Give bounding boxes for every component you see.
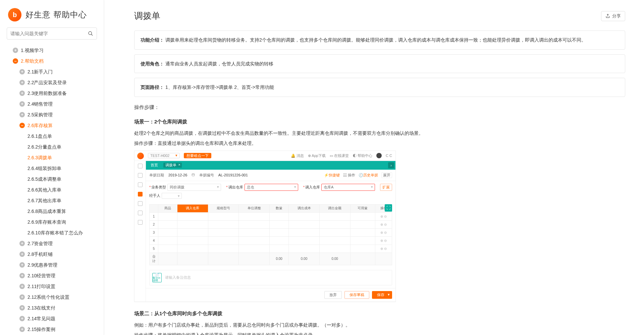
nav-item-2-15[interactable]: 2.15操作案例 bbox=[0, 324, 104, 335]
nav-item-2-4[interactable]: 2.4销售管理 bbox=[0, 99, 104, 109]
rail-icon[interactable] bbox=[138, 173, 143, 178]
scene1-text-1: 处理2个仓库之间的商品调拨，在调拨过程中不会发生商品数量的不一致性。主要处理近距… bbox=[134, 128, 625, 138]
th-amt: 调出金额 bbox=[319, 204, 350, 212]
table-row[interactable]: 2⊕ ⊖ bbox=[150, 220, 392, 228]
nav-item-2-5[interactable]: 2.5采购管理 bbox=[0, 109, 104, 120]
nav-item-2-6-9[interactable]: 2.6.9库存账本查询 bbox=[0, 217, 104, 227]
expand-toggle[interactable]: 展开 bbox=[381, 172, 392, 178]
share-label: 分享 bbox=[612, 13, 621, 19]
th-qty: 数量 bbox=[270, 204, 289, 212]
rail-icon[interactable] bbox=[138, 211, 143, 215]
doc-date-label: 单据日期 bbox=[149, 173, 164, 177]
role-box: 使用角色：通常由业务人员发起调拨，仓管人员完成实物的转移 bbox=[134, 54, 625, 73]
doc-sn-value: AL-20191226-001 bbox=[218, 173, 248, 177]
top-action-button[interactable]: 想要啥点一下 bbox=[184, 153, 211, 158]
out-wh-select[interactable]: 总仓 bbox=[245, 184, 298, 191]
rail-icon[interactable] bbox=[138, 220, 143, 225]
top-app-link[interactable]: ⊕ App下载 bbox=[308, 153, 326, 158]
nav-item-2-6-10[interactable]: 2.6.10库存账本错了怎么办 bbox=[0, 227, 104, 238]
quickkey-link[interactable]: ⚡快捷键 bbox=[324, 173, 340, 178]
plus-icon bbox=[19, 305, 25, 311]
history-link[interactable]: 🕘历史单据 bbox=[359, 173, 378, 178]
nav-item-2-6-2[interactable]: 2.6.2分量盘点单 bbox=[0, 142, 104, 152]
people-select[interactable] bbox=[162, 193, 182, 199]
save-button[interactable]: 保存 bbox=[372, 291, 392, 299]
path-label: 页面路径： bbox=[141, 85, 164, 90]
plus-icon bbox=[19, 91, 25, 96]
tab-home[interactable]: 首页 bbox=[149, 163, 160, 168]
search-input[interactable] bbox=[10, 31, 88, 36]
nav-item-2-8[interactable]: 2.8手机旺铺 bbox=[0, 249, 104, 260]
plus-icon bbox=[19, 241, 25, 246]
intro-box: 功能介绍：调拨单用来处理仓库间货物的转移业务。支持2个仓库间的调拨，也支持多个仓… bbox=[134, 31, 625, 50]
nav-item-2-12[interactable]: 2.12系统个性化设置 bbox=[0, 292, 104, 302]
nav-item-2-2[interactable]: 2.2产品安装及登录 bbox=[0, 77, 104, 88]
avatar-icon[interactable] bbox=[376, 153, 382, 158]
top-msg-link[interactable]: 🔔 消息 bbox=[291, 153, 304, 158]
search-icon bbox=[88, 31, 93, 36]
collapse-icon[interactable]: › bbox=[388, 162, 394, 168]
rail-icon[interactable] bbox=[138, 201, 143, 206]
nav-item-2-6-6[interactable]: 2.6.6其他入库单 bbox=[0, 184, 104, 195]
path-box: 页面路径：1、库存核算->库存管理->调拨单 2、首页->常用功能 bbox=[134, 78, 625, 97]
top-help-link[interactable]: ◐ 帮助中心 bbox=[353, 153, 372, 158]
nav-tree: 1.视频学习 2.帮助文档 2.1新手入门 2.2产品安装及登录 2.3使用前数… bbox=[0, 45, 104, 335]
rail-icon[interactable] bbox=[138, 164, 143, 168]
nav-item-2-6-4[interactable]: 2.6.4组装拆卸单 bbox=[0, 163, 104, 174]
share-button[interactable]: 分享 bbox=[601, 11, 625, 21]
nav-item-2-14[interactable]: 2.14常见问题 bbox=[0, 313, 104, 324]
table-row[interactable]: 4⊕ ⊖ bbox=[150, 236, 392, 244]
scene2-title: 场景二：从1个仓库同时向多个仓库调拨 bbox=[134, 311, 625, 317]
nav-item-2-13[interactable]: 2.13在线支付 bbox=[0, 302, 104, 313]
scene2-text-1: 例如：用户有多个门店或办事处，新品到货后，需要从总仓同时向多个门店或办事处调拨。… bbox=[134, 320, 625, 330]
table-row[interactable]: 1⊕ ⊖ bbox=[150, 212, 392, 220]
nav-item-2-1[interactable]: 2.1新手入门 bbox=[0, 66, 104, 77]
plus-icon bbox=[19, 80, 25, 85]
app-logo-icon bbox=[137, 153, 144, 159]
nav-item-2-9[interactable]: 2.9优惠券管理 bbox=[0, 260, 104, 270]
table-row[interactable]: 3⊕ ⊖ bbox=[150, 228, 392, 236]
nav-item-2-3[interactable]: 2.3使用前数据准备 bbox=[0, 88, 104, 99]
nav-item-2-6-3[interactable]: 2.6.3调拨单 bbox=[0, 152, 104, 163]
th-unit: 单位调整 bbox=[239, 204, 270, 212]
rail-icon[interactable] bbox=[138, 182, 143, 187]
rail-icon[interactable] bbox=[138, 192, 143, 197]
scene1-title: 场景一：2个仓库间调拨 bbox=[134, 119, 625, 125]
type-select[interactable]: 同价调拨 bbox=[167, 184, 221, 191]
doc-date-value[interactable]: 2019-12-26 bbox=[168, 173, 187, 177]
nav-item-2-6-8[interactable]: 2.6.8商品成本重算 bbox=[0, 206, 104, 217]
page-title: 调拨单 bbox=[134, 10, 160, 22]
role-text: 通常由业务人员发起调拨，仓管人员完成实物的转移 bbox=[165, 61, 273, 66]
nav-item-2-6-5[interactable]: 2.6.5成本调整单 bbox=[0, 174, 104, 184]
note-box[interactable]: 📄备注\n说明 请输入备注信息 bbox=[149, 270, 392, 285]
plus-icon bbox=[19, 294, 25, 300]
nav-item-2-6[interactable]: 2.6库存核算 bbox=[0, 120, 104, 131]
extend-button[interactable]: 扩展 bbox=[380, 184, 392, 191]
search-input-wrap[interactable] bbox=[7, 27, 97, 40]
fullscreen-icon[interactable]: ⛶ bbox=[385, 204, 392, 212]
nav-item-docs[interactable]: 2.帮助文档 bbox=[0, 56, 104, 66]
nav-item-2-11[interactable]: 2.11打印设置 bbox=[0, 281, 104, 292]
nav-item-2-6-7[interactable]: 2.6.7其他出库单 bbox=[0, 195, 104, 206]
intro-text: 调拨单用来处理仓库间货物的转移业务。支持2个仓库间的调拨，也支持多个仓库间的调拨… bbox=[165, 37, 586, 43]
nav-item-2-7[interactable]: 2.7资金管理 bbox=[0, 238, 104, 249]
nav-item-2-10[interactable]: 2.10经营管理 bbox=[0, 270, 104, 281]
th-in-wh: 调入仓库 bbox=[177, 204, 208, 212]
save-draft-button[interactable]: 保存草稿 bbox=[344, 291, 369, 299]
calendar-icon bbox=[192, 173, 195, 176]
nav-item-2-6-1[interactable]: 2.6.1盘点单 bbox=[0, 131, 104, 142]
in-wh-select[interactable]: 仓库A bbox=[321, 184, 375, 191]
plus-icon bbox=[19, 252, 25, 257]
table-row[interactable]: 5⊕ ⊖ bbox=[150, 244, 392, 253]
workspace-select[interactable]: TEST-H002 bbox=[148, 153, 180, 158]
ops-link[interactable]: ▤ 操作 bbox=[343, 173, 355, 178]
tab-doc[interactable]: 调拨单 bbox=[163, 163, 182, 168]
plus-icon bbox=[19, 327, 25, 332]
plus-icon bbox=[19, 273, 25, 278]
nav-item-video[interactable]: 1.视频学习 bbox=[0, 45, 104, 56]
top-class-link[interactable]: ▭ 在线课堂 bbox=[330, 153, 349, 158]
svg-point-0 bbox=[89, 32, 92, 35]
scene2-text-2: 操作步骤：将单据明细中的调入仓库设置为显示，同时将单据头的调入仓设置为非必录。 bbox=[134, 330, 625, 335]
discard-button[interactable]: 放弃 bbox=[324, 291, 342, 299]
plus-icon bbox=[13, 48, 18, 53]
